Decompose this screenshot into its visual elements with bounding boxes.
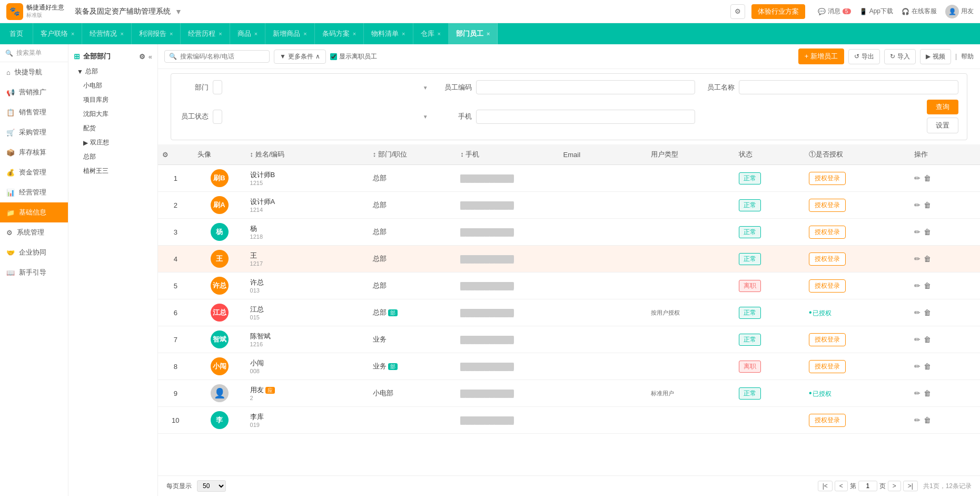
delete-button[interactable]: 🗑 bbox=[924, 335, 931, 344]
delete-button[interactable]: 🗑 bbox=[924, 201, 931, 209]
dept-item-headquarters-parent[interactable]: ▼ 总部 bbox=[68, 64, 157, 79]
sidebar-item-finance[interactable]: 💰 资金管理 bbox=[0, 162, 68, 182]
experience-button[interactable]: 体验行业方案 bbox=[751, 4, 805, 19]
tab-home[interactable]: 首页 bbox=[0, 23, 33, 44]
sidebar-item-basic[interactable]: 📁 基础信息 bbox=[0, 202, 68, 222]
tab-bom-close[interactable]: × bbox=[402, 31, 405, 37]
import-button[interactable]: ↻ 导入 bbox=[884, 49, 916, 64]
filter-empname-input[interactable] bbox=[739, 80, 958, 94]
tab-department-close[interactable]: × bbox=[487, 31, 490, 37]
auth-button[interactable]: 授权登录 bbox=[809, 199, 846, 212]
tab-history-close[interactable]: × bbox=[219, 31, 222, 37]
dept-item-electronics[interactable]: 小电部 bbox=[68, 79, 157, 93]
more-filter-button[interactable]: ▼ 更多条件 ∧ bbox=[274, 50, 326, 64]
tab-operation[interactable]: 经营情况 × bbox=[82, 23, 131, 44]
tab-operation-close[interactable]: × bbox=[120, 31, 123, 37]
sidebar-item-purchase[interactable]: 🛒 采购管理 bbox=[0, 122, 68, 142]
app-download-button[interactable]: 📱 App下载 bbox=[859, 7, 893, 16]
search-input[interactable] bbox=[180, 53, 254, 60]
export-button[interactable]: ↺ 导出 bbox=[848, 49, 880, 64]
settings-button[interactable]: ⚙ bbox=[730, 4, 745, 19]
view-button[interactable]: ▶ 视频 bbox=[920, 49, 951, 64]
search-input-wrap[interactable]: 🔍 bbox=[164, 50, 270, 63]
delete-button[interactable]: 🗑 bbox=[924, 255, 931, 263]
page-size-select[interactable]: 50 100 200 bbox=[197, 480, 226, 492]
tab-warehouse-close[interactable]: × bbox=[438, 31, 441, 37]
dept-collapse-icon[interactable]: « bbox=[149, 53, 152, 61]
filter-empstatus-select[interactable] bbox=[213, 110, 222, 124]
auth-button[interactable]: 授权登录 bbox=[809, 252, 846, 266]
edit-button[interactable]: ✏ bbox=[914, 362, 920, 371]
auth-button[interactable]: 授权登录 bbox=[809, 360, 846, 373]
reset-button[interactable]: 设置 bbox=[927, 118, 958, 133]
edit-button[interactable]: ✏ bbox=[914, 281, 920, 290]
sidebar-search[interactable]: 🔍 搜索菜单 bbox=[0, 44, 68, 62]
delete-button[interactable]: 🗑 bbox=[924, 174, 931, 182]
edit-button[interactable]: ✏ bbox=[914, 255, 920, 263]
show-inactive-checkbox[interactable] bbox=[330, 53, 337, 60]
auth-button[interactable]: 授权登录 bbox=[809, 172, 846, 185]
tab-history[interactable]: 经营历程 × bbox=[181, 23, 230, 44]
delete-button[interactable]: 🗑 bbox=[924, 308, 931, 317]
edit-button[interactable]: ✏ bbox=[914, 228, 920, 236]
tab-barcode[interactable]: 条码方案 × bbox=[315, 23, 364, 44]
tab-goods[interactable]: 商品 × bbox=[230, 23, 265, 44]
edit-button[interactable]: ✏ bbox=[914, 389, 920, 397]
last-page-button[interactable]: >| bbox=[903, 481, 918, 491]
query-button[interactable]: 查询 bbox=[927, 100, 958, 114]
delete-button[interactable]: 🗑 bbox=[924, 281, 931, 290]
tab-profit-close[interactable]: × bbox=[170, 31, 173, 37]
add-employee-button[interactable]: + 新增员工 bbox=[798, 48, 844, 64]
auth-button[interactable]: 授权登录 bbox=[809, 279, 846, 293]
filter-phone-input[interactable] bbox=[476, 110, 696, 124]
help-button[interactable]: 帮助 bbox=[961, 52, 974, 61]
tab-barcode-close[interactable]: × bbox=[353, 31, 356, 37]
dept-item-distribution[interactable]: 配货 bbox=[68, 121, 157, 135]
dept-item-shenyang[interactable]: 沈阳大库 bbox=[68, 107, 157, 121]
auth-button[interactable]: 授权登录 bbox=[809, 333, 846, 346]
messages-button[interactable]: 💬 消息 5 bbox=[818, 7, 851, 16]
tab-new-goods[interactable]: 新增商品 × bbox=[265, 23, 314, 44]
filter-dept-select[interactable] bbox=[213, 80, 222, 94]
col-dept-pos[interactable]: ↕ 部门/职位 bbox=[369, 144, 457, 165]
sidebar-item-sales[interactable]: 📋 销售管理 bbox=[0, 102, 68, 122]
sidebar-item-collab[interactable]: 🤝 企业协同 bbox=[0, 242, 68, 262]
next-page-button[interactable]: > bbox=[888, 481, 901, 491]
prev-page-button[interactable]: < bbox=[835, 481, 848, 491]
tab-new-goods-close[interactable]: × bbox=[303, 31, 306, 37]
tab-department[interactable]: 部门员工 × bbox=[449, 23, 498, 44]
tab-warehouse[interactable]: 仓库 × bbox=[413, 23, 449, 44]
delete-button[interactable]: 🗑 bbox=[924, 362, 931, 371]
sidebar-item-system[interactable]: ⚙ 系统管理 bbox=[0, 222, 68, 242]
sidebar-item-inventory[interactable]: 📦 库存核算 bbox=[0, 142, 68, 162]
tab-customer[interactable]: 客户联络 × bbox=[33, 23, 82, 44]
sidebar-item-operation[interactable]: 📊 经营管理 bbox=[0, 182, 68, 202]
edit-button[interactable]: ✏ bbox=[914, 416, 920, 424]
sidebar-item-marketing[interactable]: 📢 营销推广 bbox=[0, 82, 68, 102]
dept-item-shuangzhuang[interactable]: ▶ 双庄想 bbox=[68, 135, 157, 150]
dept-item-project[interactable]: 项目库房 bbox=[68, 93, 157, 107]
delete-button[interactable]: 🗑 bbox=[924, 389, 931, 397]
edit-button[interactable]: ✏ bbox=[914, 174, 920, 182]
tab-bom[interactable]: 物料清单 × bbox=[364, 23, 413, 44]
col-name-code[interactable]: ↕ 姓名/编码 bbox=[246, 144, 369, 165]
dept-item-headquarters[interactable]: 总部 bbox=[68, 150, 157, 164]
user-menu[interactable]: 👤 用友 bbox=[945, 5, 974, 18]
dept-item-plant[interactable]: 植树王三 bbox=[68, 164, 157, 178]
tab-goods-close[interactable]: × bbox=[254, 31, 258, 37]
online-service-button[interactable]: 🎧 在线客服 bbox=[902, 7, 937, 16]
edit-button[interactable]: ✏ bbox=[914, 308, 920, 317]
edit-button[interactable]: ✏ bbox=[914, 335, 920, 344]
sidebar-item-guide[interactable]: 📖 新手引导 bbox=[0, 262, 68, 283]
page-number-input[interactable] bbox=[858, 481, 877, 491]
col-phone[interactable]: ↕ 手机 bbox=[456, 144, 559, 165]
auth-button[interactable]: 授权登录 bbox=[809, 226, 846, 239]
first-page-button[interactable]: |< bbox=[818, 481, 833, 491]
auth-button[interactable]: 授权登录 bbox=[809, 414, 846, 427]
dept-settings-icon[interactable]: ⚙ bbox=[139, 53, 145, 61]
col-settings[interactable]: ⚙ bbox=[158, 144, 193, 165]
delete-button[interactable]: 🗑 bbox=[924, 228, 931, 236]
tab-profit[interactable]: 利润报告 × bbox=[132, 23, 181, 44]
dropdown-arrow-icon[interactable]: ▼ bbox=[175, 7, 182, 16]
show-inactive-checkbox-wrap[interactable]: 显示离职员工 bbox=[330, 52, 377, 61]
